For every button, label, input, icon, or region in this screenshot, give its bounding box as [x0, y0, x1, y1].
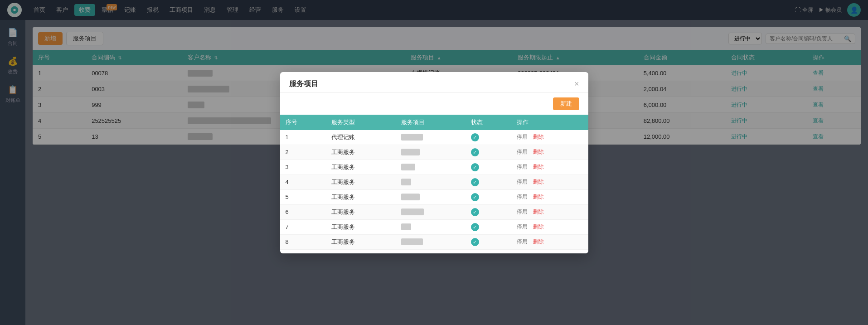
modal-cell-id: 8 — [280, 234, 326, 249]
modal-close-button[interactable]: × — [574, 80, 579, 88]
modal-table-row: 8 工商服务 ██注册 ✓ 停用 删除 — [280, 234, 588, 249]
modal-cell-item: ████ — [396, 189, 466, 204]
main-layout: 📄 合同 💰 收费 📋 对账单 新增 服务项目 进行中 全部 已完成 — [0, 20, 868, 325]
stop-button[interactable]: 停用 — [517, 238, 528, 245]
modal-cell-id: 3 — [280, 160, 326, 175]
status-check-icon: ✓ — [471, 223, 479, 231]
modal-cell-item: ██ — [396, 175, 466, 189]
status-check-icon: ✓ — [471, 133, 479, 141]
modal-cell-type: 工商服务 — [326, 160, 396, 175]
modal-cell-action: 停用 删除 — [511, 189, 588, 204]
status-check-icon: ✓ — [471, 163, 479, 171]
modal-cell-item: ███ — [396, 160, 466, 175]
status-check-icon: ✓ — [471, 178, 479, 186]
modal-cell-type: 工商服务 — [326, 175, 396, 189]
modal-cell-type: 工商服务 — [326, 145, 396, 160]
modal-cell-action: 停用 删除 — [511, 145, 588, 160]
modal-toolbar: 新建 — [280, 93, 588, 115]
modal-cell-action: 停用 删除 — [511, 204, 588, 219]
delete-button[interactable]: 删除 — [533, 164, 544, 170]
stop-button[interactable]: 停用 — [517, 209, 528, 215]
stop-button[interactable]: 停用 — [517, 164, 528, 170]
modal-cell-status: ✓ — [466, 189, 511, 204]
modal-cell-item: ████1 — [396, 130, 466, 145]
modal-col-id: 序号 — [280, 115, 326, 130]
modal-cell-action: 停用 删除 — [511, 160, 588, 175]
delete-button[interactable]: 删除 — [533, 238, 544, 245]
stop-button[interactable]: 停用 — [517, 194, 528, 200]
service-item-table: 序号 服务类型 服务项目 状态 操作 1 代理记账 ████1 ✓ 停用 删除 — [280, 115, 588, 250]
modal-col-action: 操作 — [511, 115, 588, 130]
modal-overlay[interactable]: 服务项目 × 新建 序号 服务类型 服务项目 状态 — [25, 20, 868, 325]
modal-cell-action: 停用 删除 — [511, 234, 588, 249]
stop-button[interactable]: 停用 — [517, 134, 528, 140]
delete-button[interactable]: 删除 — [533, 149, 544, 155]
modal-cell-status: ✓ — [466, 219, 511, 234]
modal-cell-id: 2 — [280, 145, 326, 160]
modal-table-row: 5 工商服务 ████ ✓ 停用 删除 — [280, 189, 588, 204]
delete-button[interactable]: 删除 — [533, 223, 544, 230]
modal-cell-id: 4 — [280, 175, 326, 189]
modal-cell-status: ✓ — [466, 234, 511, 249]
modal-cell-item: ██ — [396, 219, 466, 234]
modal-cell-id: 7 — [280, 219, 326, 234]
modal-cell-status: ✓ — [466, 130, 511, 145]
modal-table-row: 7 工商服务 ██ ✓ 停用 删除 — [280, 219, 588, 234]
modal-cell-status: ✓ — [466, 145, 511, 160]
modal-col-type: 服务类型 — [326, 115, 396, 130]
modal-body: 序号 服务类型 服务项目 状态 操作 1 代理记账 ████1 ✓ 停用 删除 — [280, 115, 588, 253]
modal-cell-action: 停用 删除 — [511, 219, 588, 234]
modal-cell-action: 停用 删除 — [511, 175, 588, 189]
status-check-icon: ✓ — [471, 238, 479, 246]
modal-cell-id: 6 — [280, 204, 326, 219]
status-check-icon: ✓ — [471, 193, 479, 201]
modal-cell-type: 工商服务 — [326, 189, 396, 204]
modal-cell-type: 工商服务 — [326, 204, 396, 219]
modal-cell-type: 代理记账 — [326, 130, 396, 145]
status-check-icon: ✓ — [471, 148, 479, 156]
modal-cell-action: 停用 删除 — [511, 130, 588, 145]
stop-button[interactable]: 停用 — [517, 223, 528, 230]
modal-new-button[interactable]: 新建 — [553, 97, 579, 110]
delete-button[interactable]: 删除 — [533, 134, 544, 140]
modal-cell-id: 1 — [280, 130, 326, 145]
modal-col-status: 状态 — [466, 115, 511, 130]
modal-cell-type: 工商服务 — [326, 219, 396, 234]
modal-cell-status: ✓ — [466, 175, 511, 189]
delete-button[interactable]: 删除 — [533, 179, 544, 185]
content-area: 新增 服务项目 进行中 全部 已完成 已终止 🔍 — [25, 20, 868, 325]
modal-cell-id: 5 — [280, 189, 326, 204]
modal-cell-type: 工商服务 — [326, 234, 396, 249]
modal-col-item: 服务项目 — [396, 115, 466, 130]
stop-button[interactable]: 停用 — [517, 179, 528, 185]
service-item-modal: 服务项目 × 新建 序号 服务类型 服务项目 状态 — [280, 72, 588, 253]
modal-table-row: 3 工商服务 ███ ✓ 停用 删除 — [280, 160, 588, 175]
modal-table-row: 2 工商服务 ████ ✓ 停用 删除 — [280, 145, 588, 160]
modal-table-row: 1 代理记账 ████1 ✓ 停用 删除 — [280, 130, 588, 145]
modal-header: 服务项目 × — [280, 72, 588, 93]
modal-cell-item: ████ — [396, 145, 466, 160]
modal-cell-status: ✓ — [466, 204, 511, 219]
delete-button[interactable]: 删除 — [533, 194, 544, 200]
modal-table-row: 6 工商服务 █████ ✓ 停用 删除 — [280, 204, 588, 219]
delete-button[interactable]: 删除 — [533, 209, 544, 215]
modal-table-row: 4 工商服务 ██ ✓ 停用 删除 — [280, 175, 588, 189]
modal-title: 服务项目 — [289, 79, 318, 89]
status-check-icon: ✓ — [471, 208, 479, 216]
modal-cell-item: ██注册 — [396, 234, 466, 249]
stop-button[interactable]: 停用 — [517, 149, 528, 155]
modal-cell-status: ✓ — [466, 160, 511, 175]
modal-cell-item: █████ — [396, 204, 466, 219]
